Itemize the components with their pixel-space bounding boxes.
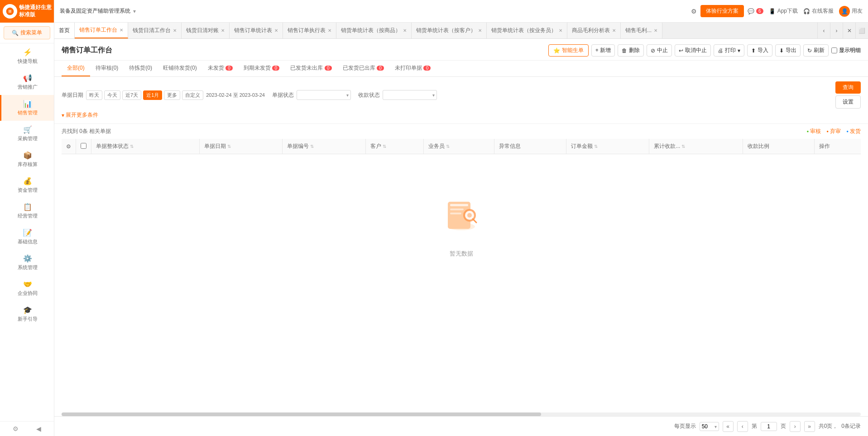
tab-close-icon[interactable]: ✕ <box>654 28 657 33</box>
tab-sales-exec[interactable]: 销售订单执行表 ✕ <box>283 23 336 38</box>
sort-staff[interactable]: 业务员 ⇅ <box>428 142 489 150</box>
page-last-button[interactable]: » <box>804 421 815 432</box>
review-action-link[interactable]: 审核 <box>806 128 821 135</box>
tab-close-icon[interactable]: ✕ <box>274 28 278 33</box>
sub-tab-overdue[interactable]: 到期未发货 0 <box>238 61 285 76</box>
show-detail-input[interactable] <box>831 47 837 53</box>
th-check[interactable] <box>76 139 91 154</box>
sort-amount[interactable]: 订单金额 ⇅ <box>571 142 645 150</box>
sub-tab-not-printed[interactable]: 未打印单据 0 <box>389 61 436 76</box>
sidebar-item-purchase[interactable]: 🛒 采购管理 <box>0 121 54 147</box>
tab-scroll-left-icon[interactable]: ‹ <box>817 23 830 39</box>
show-detail-checkbox[interactable]: 显示明细 <box>831 47 861 54</box>
th-setting[interactable]: ⚙ <box>62 139 76 154</box>
tab-close-all-icon[interactable]: ✕ <box>843 23 855 39</box>
tab-sales-stats[interactable]: 销售订单统计表 ✕ <box>230 23 283 38</box>
sort-date[interactable]: 单据日期 ⇅ <box>204 142 278 150</box>
ship-action-link[interactable]: 发货 <box>846 128 861 135</box>
horizontal-scrollbar[interactable] <box>62 412 861 416</box>
tab-cash-reconcile[interactable]: 钱货日清对账 ✕ <box>182 23 230 38</box>
online-service-button[interactable]: 🎧 在线客服 <box>803 7 834 15</box>
sidebar-item-marketing[interactable]: 📢 营销推广 <box>0 69 54 95</box>
sub-tab-pending-inspect[interactable]: 待拣货(0) <box>124 61 158 76</box>
sidebar-item-newbie[interactable]: 🎓 新手引导 <box>0 301 54 327</box>
sidebar-item-quick-nav[interactable]: ⚡ 快捷导航 <box>0 43 54 69</box>
tab-sales-summary-product[interactable]: 销货单统计表（按商品） ✕ <box>336 23 412 38</box>
tab-sales-summary-customer[interactable]: 销货单统计表（按客户） ✕ <box>412 23 487 38</box>
page-number-input[interactable] <box>761 422 777 431</box>
select-all-checkbox[interactable] <box>81 143 86 149</box>
page-next-button[interactable]: › <box>790 421 801 432</box>
sub-tab-pending-review[interactable]: 待审核(0) <box>90 61 124 76</box>
tab-cash-daily[interactable]: 钱货日清工作台 ✕ <box>128 23 182 38</box>
page-size-select[interactable]: 10 20 50 100 <box>700 422 719 431</box>
tab-close-icon[interactable]: ✕ <box>478 28 482 33</box>
sidebar-item-operations[interactable]: 📋 经营管理 <box>0 198 54 224</box>
sub-tab-wangpu[interactable]: 旺铺待发货(0) <box>158 61 202 76</box>
abandon-review-action-link[interactable]: 弃审 <box>826 128 841 135</box>
sort-status[interactable]: 单据整体状态 ⇅ <box>96 142 195 150</box>
search-menu-button[interactable]: 🔍 搜索菜单 <box>4 26 50 39</box>
sidebar-item-system[interactable]: ⚙️ 系统管理 <box>0 250 54 275</box>
sidebar-item-inventory[interactable]: 📦 库存核算 <box>0 147 54 172</box>
sidebar-item-enterprise[interactable]: 🤝 企业协同 <box>0 275 54 301</box>
payment-select[interactable] <box>383 90 437 100</box>
date-btn-today[interactable]: 今天 <box>104 90 120 100</box>
sidebar-item-sales[interactable]: 📊 销售管理 <box>0 95 54 121</box>
experience-button[interactable]: 体验行业方案 <box>700 5 744 17</box>
date-btn-7days[interactable]: 近7天 <box>122 90 141 100</box>
settings-gear-icon[interactable]: ⚙ <box>691 8 697 15</box>
scrollbar-track[interactable] <box>62 412 541 416</box>
cancel-stop-button[interactable]: ↩ 取消中止 <box>675 44 711 57</box>
message-button[interactable]: 💬 6 <box>748 8 763 14</box>
query-button[interactable]: 查询 <box>835 81 861 94</box>
page-prev-button[interactable]: ‹ <box>737 421 748 432</box>
sort-collected[interactable]: 累计收款... ⇅ <box>654 142 738 150</box>
setting-button[interactable]: 设置 <box>835 95 861 109</box>
print-button[interactable]: 🖨 打印 ▾ <box>714 44 744 57</box>
status-select[interactable] <box>297 90 351 100</box>
tab-product-margin[interactable]: 商品毛利分析表 ✕ <box>567 23 621 38</box>
tab-close-icon[interactable]: ✕ <box>328 28 331 33</box>
tab-close-icon[interactable]: ✕ <box>221 28 225 33</box>
stop-button[interactable]: ⊘ 中止 <box>647 44 672 57</box>
tab-sales-workbench[interactable]: 销售订单工作台 ✕ <box>75 23 128 38</box>
sort-customer[interactable]: 客户 ⇅ <box>370 142 419 150</box>
sidebar-item-basic[interactable]: 📝 基础信息 <box>0 224 54 250</box>
date-btn-yesterday[interactable]: 昨天 <box>86 90 102 100</box>
collapse-icon[interactable]: ◀ <box>36 425 41 432</box>
sub-tab-shipped-not-out[interactable]: 已发货未出库 0 <box>285 61 337 76</box>
tab-sales-more[interactable]: 销售毛利... ✕ <box>621 23 662 38</box>
tab-close-icon[interactable]: ✕ <box>173 28 177 33</box>
tab-scroll-right-icon[interactable]: › <box>830 23 843 39</box>
page-first-button[interactable]: « <box>723 421 734 432</box>
tab-maximize-icon[interactable]: ⬜ <box>855 23 868 39</box>
tab-sales-summary-staff[interactable]: 销货单统计表（按业务员） ✕ <box>487 23 567 38</box>
sidebar-search[interactable]: 🔍 搜索菜单 <box>0 23 54 43</box>
sub-tab-shipped-out[interactable]: 已发货已出库 0 <box>337 61 389 76</box>
delete-button[interactable]: 🗑 删除 <box>618 44 644 57</box>
export-button[interactable]: ⬇ 导出 <box>775 44 801 57</box>
tab-home[interactable]: 首页 <box>54 23 75 38</box>
date-btn-more[interactable]: 更多 <box>164 90 180 100</box>
date-btn-1month[interactable]: 近1月 <box>143 90 162 100</box>
import-button[interactable]: ⬆ 导入 <box>747 44 772 57</box>
tab-close-icon[interactable]: ✕ <box>403 28 407 33</box>
tab-close-icon[interactable]: ✕ <box>612 28 616 33</box>
add-button[interactable]: + 新增 <box>591 44 615 57</box>
sub-tab-not-shipped[interactable]: 未发货 0 <box>202 61 238 76</box>
sub-tab-all[interactable]: 全部(0) <box>62 61 90 76</box>
sub-tab-not-printed-label: 未打印单据 0 <box>395 65 431 71</box>
tab-close-icon[interactable]: ✕ <box>120 28 123 33</box>
app-download-button[interactable]: 📱 App下载 <box>769 7 798 15</box>
tab-close-icon[interactable]: ✕ <box>559 28 562 33</box>
sort-number[interactable]: 单据编号 ⇅ <box>287 142 361 150</box>
smart-order-button[interactable]: ⭐ 智能生单 <box>548 44 589 57</box>
refresh-button[interactable]: ↻ 刷新 <box>803 44 829 57</box>
date-btn-custom[interactable]: 自定义 <box>182 90 203 100</box>
user-menu[interactable]: 👤 用友 <box>839 6 863 17</box>
sidebar-item-finance[interactable]: 💰 资金管理 <box>0 172 54 198</box>
sidebar-item-label: 库存核算 <box>18 161 38 168</box>
settings-bottom-icon[interactable]: ⚙ <box>13 425 19 432</box>
expand-filter-button[interactable]: ▾ 展开更多条件 <box>62 111 861 119</box>
